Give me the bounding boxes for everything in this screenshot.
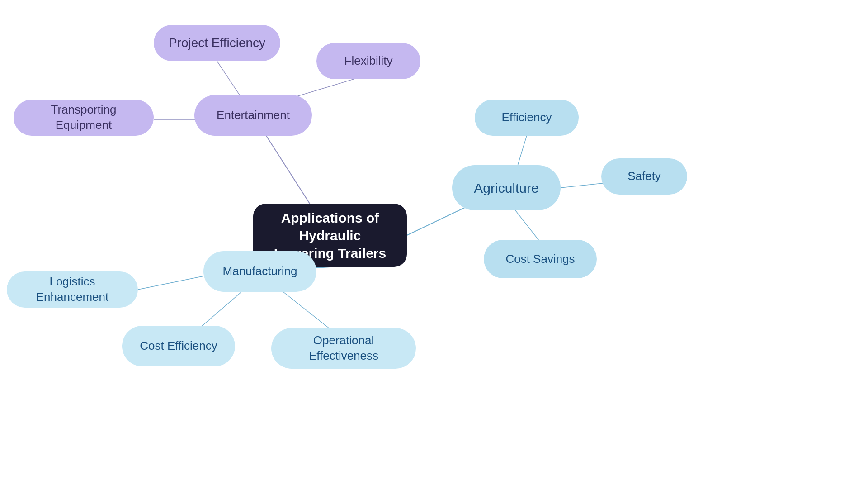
operational-effectiveness-node[interactable]: Operational Effectiveness: [271, 328, 416, 369]
entertainment-label: Entertainment: [217, 108, 290, 123]
project-efficiency-node[interactable]: Project Efficiency: [154, 25, 280, 61]
transporting-equipment-node[interactable]: Transporting Equipment: [14, 100, 154, 136]
entertainment-node[interactable]: Entertainment: [194, 95, 312, 136]
svg-line-8: [515, 210, 540, 242]
logistics-enhancement-node[interactable]: Logistics Enhancement: [7, 271, 138, 308]
manufacturing-label: Manufacturing: [223, 264, 297, 279]
flexibility-label: Flexibility: [344, 53, 393, 69]
cost-savings-label: Cost Savings: [505, 252, 575, 267]
cost-savings-node[interactable]: Cost Savings: [484, 240, 597, 278]
manufacturing-node[interactable]: Manufacturing: [203, 251, 316, 292]
safety-label: Safety: [627, 169, 661, 184]
cost-efficiency-label: Cost Efficiency: [140, 338, 217, 354]
cost-efficiency-node[interactable]: Cost Efficiency: [122, 326, 235, 366]
efficiency-label: Efficiency: [502, 110, 552, 125]
flexibility-node[interactable]: Flexibility: [316, 43, 420, 79]
transporting-equipment-label: Transporting Equipment: [28, 102, 139, 133]
project-efficiency-label: Project Efficiency: [169, 35, 265, 51]
svg-line-11: [280, 290, 335, 333]
agriculture-label: Agriculture: [474, 179, 538, 197]
agriculture-node[interactable]: Agriculture: [452, 165, 561, 210]
safety-node[interactable]: Safety: [601, 158, 687, 195]
operational-effectiveness-label: Operational Effectiveness: [286, 333, 401, 364]
efficiency-node[interactable]: Efficiency: [475, 100, 579, 136]
logistics-enhancement-label: Logistics Enhancement: [21, 274, 123, 305]
